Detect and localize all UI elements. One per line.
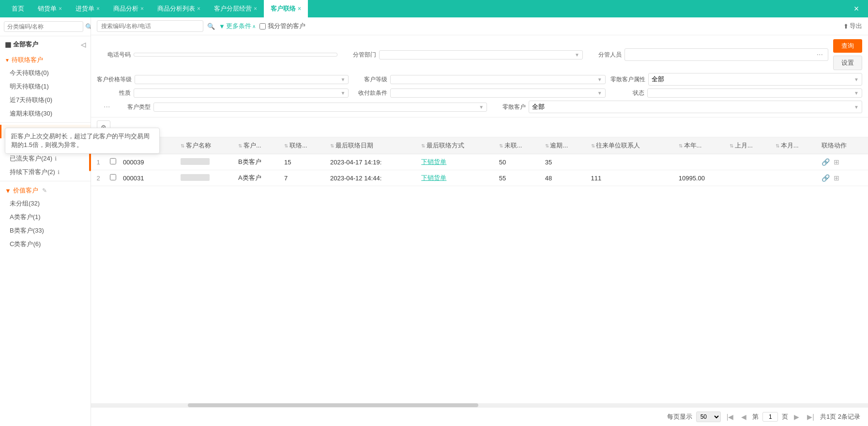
current-page-input[interactable]	[762, 412, 778, 422]
row1-uncontacted: 50	[496, 154, 542, 170]
gender-input[interactable]: ▼	[134, 88, 349, 98]
price-level-label: 客户价格等级	[97, 75, 132, 84]
nav-close-customer-segmentation[interactable]: ×	[254, 5, 257, 12]
division-person-input[interactable]: ···	[624, 48, 828, 61]
table-toolbar: ⚙	[91, 118, 868, 137]
window-close-button[interactable]: ×	[850, 2, 863, 15]
settings-button[interactable]: 设置	[833, 56, 862, 70]
export-btn[interactable]: ⬆ 导出	[843, 22, 862, 30]
expand-triangle-icon-2: ▼	[5, 187, 11, 194]
division-dept-input[interactable]: ▼	[379, 50, 583, 59]
status-input[interactable]: ▼	[647, 88, 862, 98]
page-nav-prev[interactable]: ◀	[739, 412, 748, 422]
advanced-filters-panel: 电话号码 分管部门 ▼ 分管人员 ···	[91, 35, 868, 118]
sidebar-item-churned[interactable]: 已流失客户(24) ℹ	[0, 152, 91, 165]
sidebar-collapse-btn[interactable]: ◁	[81, 41, 86, 48]
retail-attr-input[interactable]: 全部 ▼	[648, 73, 862, 86]
my-customers-checkbox-input[interactable]	[259, 23, 266, 29]
row2-last-method[interactable]: 下销货单	[418, 170, 496, 186]
row1-link-icon[interactable]: 🔗	[822, 158, 830, 166]
th-customer-level[interactable]: 客户...	[235, 137, 281, 154]
phone-label: 电话号码	[97, 51, 131, 59]
phone-input[interactable]	[134, 53, 337, 57]
filter-field-gender: 性质 ▼	[97, 88, 349, 98]
nav-close-product-analysis-list[interactable]: ×	[197, 5, 200, 12]
th-last-month[interactable]: 上月...	[727, 137, 773, 154]
row1-num: 1	[91, 154, 106, 170]
row2-link-icon[interactable]: 🔗	[822, 174, 830, 182]
page-nav-first[interactable]: |◀	[725, 412, 736, 422]
nav-close-product-analysis[interactable]: ×	[140, 5, 144, 12]
retail-customer-input[interactable]: 全部 ▼	[529, 101, 862, 113]
per-page-select[interactable]: 50 100 200	[696, 411, 721, 422]
row1-this-month	[773, 154, 819, 170]
th-last-contact-method[interactable]: 最后联络方式	[418, 137, 496, 154]
sidebar-item-c-customers[interactable]: C类客户(6)	[0, 237, 91, 251]
row2-num: 2	[91, 170, 106, 186]
nav-product-analysis-list[interactable]: 商品分析列表 ×	[151, 0, 207, 17]
th-this-month[interactable]: 本月...	[773, 137, 819, 154]
content-area: 🔍 ▼ 更多条件 ∧ 我分管的客户 ⬆ 导出 电话号码	[91, 17, 868, 426]
nav-home[interactable]: 首页	[5, 0, 31, 17]
sidebar-search-input[interactable]	[4, 21, 83, 32]
nav-close-purchase-order[interactable]: ×	[96, 5, 100, 12]
more-conditions-btn[interactable]: ▼ 更多条件 ∧	[219, 22, 256, 30]
row1-last-method[interactable]: 下销货单	[418, 154, 496, 170]
sidebar-group-pending-contact[interactable]: ▼ 待联络客户	[0, 53, 91, 66]
top-nav: 首页 销货单 × 进货单 × 商品分析 × 商品分析列表 × 客户分层经营 × …	[0, 0, 868, 17]
query-button[interactable]: 查询	[833, 39, 862, 53]
th-overdue[interactable]: 逾期...	[542, 137, 588, 154]
total-label: 共1页 2条记录	[820, 412, 860, 421]
price-level-input[interactable]: ▼	[135, 75, 349, 84]
page-label: 第	[752, 412, 759, 421]
nav-sales-order[interactable]: 销货单 ×	[31, 0, 69, 17]
sidebar-search-icon[interactable]: 🔍	[85, 23, 91, 30]
row2-checkbox-input[interactable]	[110, 174, 116, 180]
row1-grid-icon[interactable]: ⊞	[834, 158, 839, 166]
nav-close-sales-order[interactable]: ×	[59, 5, 62, 12]
nav-purchase-order[interactable]: 进货单 ×	[69, 0, 107, 17]
more-icon[interactable]: ···	[815, 50, 825, 59]
sidebar-item-a-customers[interactable]: A类客户(1)	[0, 210, 91, 224]
nav-customer-segmentation[interactable]: 客户分层经营 ×	[207, 0, 264, 17]
page-nav-last[interactable]: ▶|	[805, 412, 816, 422]
nav-close-customer-contact[interactable]: ×	[298, 5, 301, 12]
nav-product-analysis[interactable]: 商品分析 ×	[107, 0, 151, 17]
th-contact-count[interactable]: 联络...	[281, 137, 327, 154]
edit-icon[interactable]: ✎	[42, 187, 47, 194]
sidebar-item-tomorrow-pending[interactable]: 明天待联络(1)	[0, 80, 91, 93]
customer-level-label: 客户等级	[353, 75, 387, 84]
filter-field-payment-terms: 收付款条件 ▼	[353, 88, 605, 98]
th-last-contact-date[interactable]: 最后联络日期	[327, 137, 418, 154]
sidebar-item-today-pending[interactable]: 今天待联络(0)	[0, 66, 91, 80]
th-this-year[interactable]: 本年...	[676, 137, 727, 154]
page-nav-next[interactable]: ▶	[792, 412, 801, 422]
row2-actions: 🔗 ⊞	[819, 170, 868, 186]
customer-level-input[interactable]: ▼	[390, 75, 605, 84]
horizontal-scrollbar[interactable]	[91, 403, 868, 407]
my-customers-checkbox[interactable]: 我分管的客户	[259, 22, 305, 30]
customer-type-input[interactable]: ▼	[153, 103, 487, 112]
filter-search-input[interactable]	[97, 20, 203, 32]
table-row: 2 000031 A类客户 7 2023-04-12 14:44: 下销货单	[91, 170, 868, 186]
row1-checkbox-input[interactable]	[110, 158, 116, 164]
row1-actions: 🔗 ⊞	[819, 154, 868, 170]
row2-grid-icon[interactable]: ⊞	[834, 174, 839, 182]
scrollbar-thumb[interactable]	[188, 403, 478, 407]
more-dots[interactable]: ···	[102, 103, 112, 111]
th-uncontacted[interactable]: 未联...	[496, 137, 542, 154]
filter-row-4: ··· 客户类型 ▼ 零散客户 全部 ▼	[97, 101, 862, 113]
sidebar-item-b-customers[interactable]: B类客户(33)	[0, 224, 91, 237]
payment-terms-input[interactable]: ▼	[390, 88, 605, 98]
th-customer-name[interactable]: 客户名称	[178, 137, 235, 154]
sidebar-item-declining[interactable]: 持续下滑客户(2) ℹ	[0, 165, 91, 179]
th-contact-person[interactable]: 往来单位联系人	[588, 137, 676, 154]
sidebar-value-customers-title[interactable]: ▼ 价值客户 ✎	[0, 183, 91, 197]
filter-search-icon[interactable]: 🔍	[207, 23, 215, 30]
sidebar-item-7days-pending[interactable]: 近7天待联络(0)	[0, 93, 91, 107]
chevron-down-icon-5: ▼	[854, 77, 859, 82]
sidebar-item-overdue-uncontacted[interactable]: 逾期未联络(30)	[0, 107, 91, 120]
nav-customer-contact[interactable]: 客户联络 ×	[264, 0, 308, 17]
gender-label: 性质	[97, 89, 131, 97]
sidebar-item-unclassified[interactable]: 未分组(32)	[0, 197, 91, 210]
